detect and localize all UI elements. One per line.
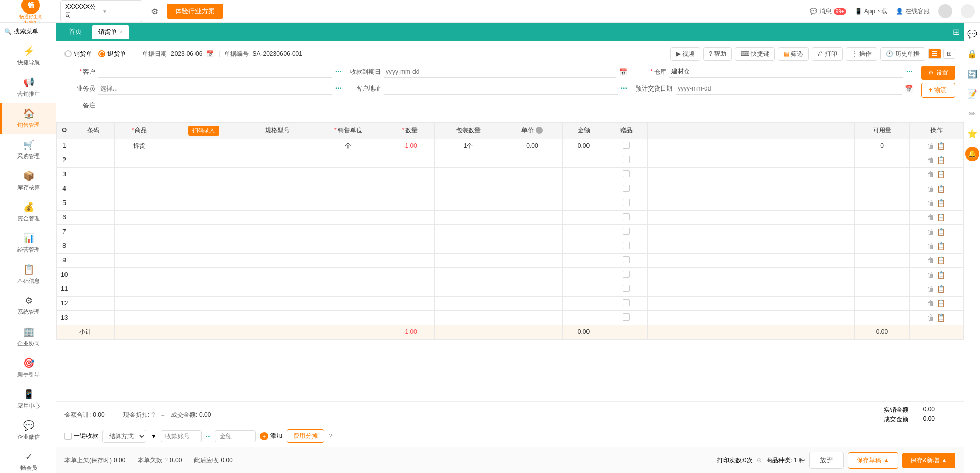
row7-delete-icon[interactable]: 🗑 [927, 228, 934, 236]
row2-unit-detail[interactable] [244, 153, 311, 167]
total-owe-help[interactable]: ? [164, 457, 168, 464]
estimated-date-input[interactable] [676, 83, 902, 95]
row1-barcode[interactable] [72, 139, 115, 153]
calendar-icon[interactable]: 📅 [206, 50, 214, 57]
row2-copy-icon[interactable]: 📋 [937, 156, 945, 164]
row1-goods[interactable]: 拆货 [115, 139, 164, 153]
row3-gift[interactable] [605, 167, 647, 182]
sidebar-item-basic[interactable]: 📋 基础信息 [0, 259, 56, 290]
row6-copy-icon[interactable]: 📋 [937, 213, 945, 221]
row8-delete-icon[interactable]: 🗑 [927, 242, 934, 250]
sidebar-item-finance[interactable]: 💰 资金管理 [0, 196, 56, 228]
row3-delete-icon[interactable]: 🗑 [927, 170, 934, 178]
row3-goods[interactable] [115, 167, 164, 182]
warehouse-more-icon[interactable]: ··· [906, 67, 913, 76]
rp-orange-action[interactable]: 🔔 [965, 147, 979, 161]
radio-sale[interactable]: 销货单 [64, 50, 92, 58]
due-date-calendar-icon[interactable]: 📅 [619, 68, 627, 76]
operate-btn[interactable]: ⋮ 操作 [846, 47, 877, 61]
payment-method-dropdown[interactable]: ▼ [150, 433, 157, 440]
row13-delete-icon[interactable]: 🗑 [927, 313, 934, 322]
row3-unit-price[interactable] [502, 167, 562, 182]
row9-copy-icon[interactable]: 📋 [937, 256, 945, 264]
sidebar-item-quick-nav[interactable]: ⚡ 快捷导航 [0, 40, 56, 72]
expense-button[interactable]: 费用分摊 [287, 429, 324, 443]
sidebar-item-sales[interactable]: 🏠 销售管理 [0, 103, 56, 134]
sidebar-item-purchase[interactable]: 🛒 采购管理 [0, 134, 56, 165]
row2-spec[interactable] [164, 153, 244, 167]
row2-gift[interactable] [605, 153, 647, 167]
print-settings-icon[interactable]: ⊙ [757, 457, 762, 464]
row4-copy-icon[interactable]: 📋 [937, 185, 945, 193]
sidebar-item-operation[interactable]: 📊 经营管理 [0, 228, 56, 259]
row1-pack-qty[interactable]: 1个 [434, 139, 502, 153]
rp-edit-icon[interactable]: ✏ [967, 107, 977, 121]
customer-addr-more-icon[interactable]: ··· [621, 84, 627, 93]
discount-help-icon[interactable]: ? [151, 411, 155, 418]
row1-delete-icon[interactable]: 🗑 [927, 142, 934, 150]
history-btn[interactable]: 🕐 历史单据 [880, 47, 925, 61]
sidebar-item-app-center[interactable]: 📱 应用中心 [0, 384, 56, 415]
row6-delete-icon[interactable]: 🗑 [927, 213, 934, 221]
row2-barcode[interactable] [72, 153, 115, 167]
row1-spec[interactable] [164, 139, 244, 153]
rp-chat-icon[interactable]: 💬 [965, 27, 979, 41]
row11-copy-icon[interactable]: 📋 [937, 285, 945, 293]
tab-close-button[interactable]: × [120, 29, 123, 35]
row7-copy-icon[interactable]: 📋 [937, 228, 945, 236]
customer-input[interactable] [98, 66, 332, 78]
col-scan[interactable]: 扫码录入 [164, 122, 244, 139]
row3-copy-icon[interactable]: 📋 [937, 170, 945, 178]
avatar[interactable] [938, 4, 952, 18]
filter-btn[interactable]: ▦ 筛选 [778, 47, 809, 61]
row3-unit[interactable] [311, 167, 385, 182]
row5-copy-icon[interactable]: 📋 [937, 199, 945, 207]
row2-delete-icon[interactable]: 🗑 [927, 156, 934, 164]
print-btn[interactable]: 🖨 打印 [812, 47, 843, 61]
online-service-button[interactable]: 👤 在线客服 [896, 7, 930, 16]
row8-copy-icon[interactable]: 📋 [937, 242, 945, 250]
warehouse-input[interactable] [669, 66, 903, 78]
row3-qty[interactable] [385, 167, 435, 182]
customer-addr-input[interactable] [384, 83, 618, 95]
bank-account-more-icon[interactable]: ··· [206, 433, 211, 440]
discard-button[interactable]: 放弃 [809, 452, 844, 469]
row2-qty[interactable] [385, 153, 435, 167]
message-button[interactable]: 💬 消息 99+ [810, 7, 846, 16]
list-view-btn[interactable]: ☰ [928, 49, 941, 59]
payment-method-select[interactable]: 结算方式 [102, 430, 146, 443]
row1-gift[interactable] [605, 139, 647, 153]
sidebar-search[interactable]: 🔍 搜索菜单 [0, 23, 56, 40]
avatar-extra[interactable] [961, 4, 975, 18]
grid-view-btn[interactable]: ⊞ [943, 49, 955, 59]
save-draft-button[interactable]: 保存草稿 ▲ [848, 452, 898, 469]
row1-copy-icon[interactable]: 📋 [937, 142, 945, 150]
row10-delete-icon[interactable]: 🗑 [927, 271, 934, 279]
trial-button[interactable]: 体验行业方案 [167, 4, 223, 19]
row1-amount[interactable]: 0.00 [562, 139, 605, 153]
help-btn[interactable]: ? 帮助 [703, 47, 732, 61]
radio-return[interactable]: 退货单 [98, 50, 126, 58]
due-date-input[interactable] [384, 66, 616, 78]
customer-more-icon[interactable]: ··· [335, 67, 342, 76]
salesperson-input[interactable] [98, 83, 332, 95]
sidebar-item-enterprise[interactable]: 🏢 企业协同 [0, 321, 56, 352]
row3-barcode[interactable] [72, 167, 115, 182]
sidebar-item-system[interactable]: ⚙ 系统管理 [0, 290, 56, 321]
row1-unit-price[interactable]: 0.00 [502, 139, 562, 153]
row3-pack-qty[interactable] [434, 167, 502, 182]
shortcut-btn[interactable]: ⌨ 快捷键 [735, 47, 775, 61]
one-key-payment-checkbox[interactable]: 一键收款 [64, 432, 98, 440]
app-download-button[interactable]: 📱 App下载 [855, 7, 887, 16]
tab-active[interactable]: 销货单 × [92, 25, 129, 39]
row3-unit-detail[interactable] [244, 167, 311, 182]
row2-unit-price[interactable] [502, 153, 562, 167]
add-icon[interactable]: + [260, 432, 268, 440]
logistics-button[interactable]: + 物流 [921, 83, 955, 98]
save-new-button[interactable]: 保存&新增 ▲ [902, 453, 955, 468]
row9-delete-icon[interactable]: 🗑 [927, 256, 934, 264]
rp-lock-icon[interactable]: 🔒 [965, 47, 979, 61]
row3-spec[interactable] [164, 167, 244, 182]
row10-copy-icon[interactable]: 📋 [937, 271, 945, 279]
row2-pack-qty[interactable] [434, 153, 502, 167]
